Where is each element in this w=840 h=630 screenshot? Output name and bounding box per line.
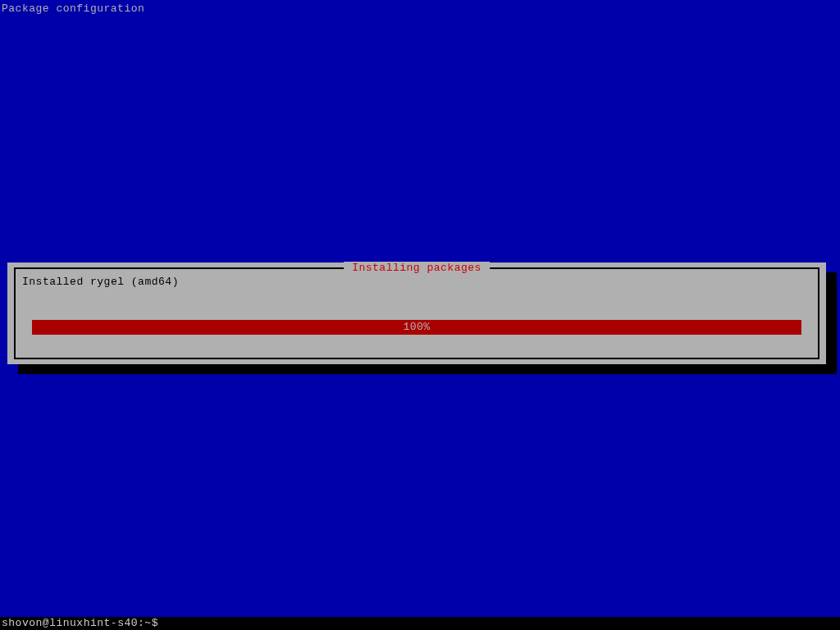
install-status-text: Installed rygel (amd64) <box>22 276 179 289</box>
page-title: Package configuration <box>0 0 840 18</box>
progress-bar: 100% <box>32 320 801 335</box>
dialog-frame: Installing packages Installed rygel (amd… <box>14 267 819 359</box>
prompt-user: shovon <box>2 617 43 629</box>
prompt-host: linuxhint-s40 <box>49 617 138 629</box>
prompt-at: @ <box>43 617 49 629</box>
prompt-cwd: ~ <box>144 617 151 629</box>
install-dialog: Installing packages Installed rygel (amd… <box>7 262 826 364</box>
prompt-symbol: $ <box>152 617 158 629</box>
dialog-title-text: Installing packages <box>352 262 482 274</box>
terminal-prompt[interactable]: shovon@linuxhint-s40:~$ <box>0 617 840 630</box>
dialog-title: Installing packages <box>344 262 490 275</box>
progress-percent-label: 100% <box>403 321 430 333</box>
